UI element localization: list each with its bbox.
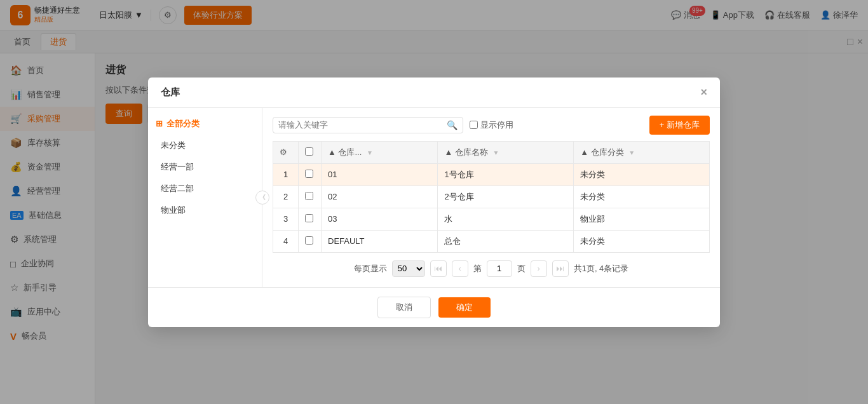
show-disabled-checkbox[interactable] xyxy=(470,121,478,129)
page-label: 第 xyxy=(473,263,482,274)
row-check xyxy=(299,208,322,230)
row-num: 2 xyxy=(273,185,299,208)
row-checkbox[interactable] xyxy=(305,192,313,200)
row-num: 4 xyxy=(273,230,299,252)
row-code: 03 xyxy=(322,208,438,230)
category-panel: ⊞ 全部分类 未分类 经营一部 经营二部 物业部 《 xyxy=(148,108,262,287)
row-category: 未分类 xyxy=(574,185,710,208)
search-box: 🔍 xyxy=(273,117,463,133)
pagination: 每页显示 50 100 ⏮ ‹ 第 页 › ⏭ 共 xyxy=(273,253,710,279)
col-gear: ⚙ xyxy=(273,141,299,163)
main-layout: 🏠 首页 📊 销售管理 🛒 采购管理 📦 库存核算 💰 资金管理 👤 经营管理 … xyxy=(0,53,868,404)
row-check xyxy=(299,230,322,252)
cancel-button[interactable]: 取消 xyxy=(377,297,431,318)
row-name: 1号仓库 xyxy=(438,163,574,185)
col-cat-sort-icon: ▲ xyxy=(580,147,588,157)
table-row[interactable]: 4 DEFAULT 总仓 未分类 xyxy=(273,230,710,252)
category-item-uncategorized[interactable]: 未分类 xyxy=(148,135,262,156)
table-panel: 🔍 显示停用 + 新增仓库 ⚙ xyxy=(262,108,720,287)
row-num: 3 xyxy=(273,208,299,230)
modal-close-button[interactable]: × xyxy=(700,86,707,98)
prev-page-button[interactable]: ‹ xyxy=(452,260,468,277)
main-content: 进货 按以下条件查询 查询 设置 仓库 × ⊞ xyxy=(95,53,868,404)
col-check xyxy=(299,141,322,163)
page-unit: 页 xyxy=(517,263,526,274)
modal-title: 仓库 xyxy=(161,86,180,98)
grid-icon: ⊞ xyxy=(156,119,163,128)
modal-footer: 取消 确定 xyxy=(148,287,720,327)
modal-overlay: 仓库 × ⊞ 全部分类 未分类 经营一部 经营二部 物业部 xyxy=(95,53,868,404)
row-checkbox[interactable] xyxy=(305,236,313,245)
search-icon: 🔍 xyxy=(447,120,458,130)
col-code-header: ▲ 仓库... ▼ xyxy=(322,141,438,163)
select-all-checkbox[interactable] xyxy=(305,147,313,156)
warehouse-modal: 仓库 × ⊞ 全部分类 未分类 经营一部 经营二部 物业部 xyxy=(148,77,720,327)
modal-body: ⊞ 全部分类 未分类 经营一部 经营二部 物业部 《 xyxy=(148,108,720,287)
warehouse-table: ⚙ ▲ 仓库... ▼ ▲ 仓库名称 ▼ xyxy=(273,141,710,253)
show-disabled-text: 显示停用 xyxy=(480,119,513,131)
col-name-header: ▲ 仓库名称 ▼ xyxy=(438,141,574,163)
last-page-button[interactable]: ⏭ xyxy=(552,260,569,277)
row-code: DEFAULT xyxy=(322,230,438,252)
category-header-label: 全部分类 xyxy=(166,118,200,130)
total-info: 共1页, 4条记录 xyxy=(574,263,629,274)
category-item-dept1[interactable]: 经营一部 xyxy=(148,156,262,178)
row-check xyxy=(299,185,322,208)
category-item-property[interactable]: 物业部 xyxy=(148,199,262,221)
row-checkbox[interactable] xyxy=(305,170,313,178)
per-page-select[interactable]: 50 100 xyxy=(392,260,425,277)
row-name: 水 xyxy=(438,208,574,230)
row-category: 物业部 xyxy=(574,208,710,230)
row-code: 01 xyxy=(322,163,438,185)
row-name: 2号仓库 xyxy=(438,185,574,208)
per-page-label: 每页显示 xyxy=(354,263,387,274)
row-checkbox[interactable] xyxy=(305,214,313,222)
category-header[interactable]: ⊞ 全部分类 xyxy=(148,113,262,135)
collapse-category-button[interactable]: 《 xyxy=(255,191,269,205)
col-name-sort-icon: ▲ xyxy=(444,147,452,157)
next-page-button[interactable]: › xyxy=(531,260,547,277)
show-disabled-label[interactable]: 显示停用 xyxy=(470,119,513,131)
modal-header: 仓库 × xyxy=(148,77,720,108)
add-warehouse-button[interactable]: + 新增仓库 xyxy=(649,116,710,135)
col-category-header: ▲ 仓库分类 ▼ xyxy=(574,141,710,163)
table-row[interactable]: 3 03 水 物业部 xyxy=(273,208,710,230)
table-row[interactable]: 2 02 2号仓库 未分类 xyxy=(273,185,710,208)
row-name: 总仓 xyxy=(438,230,574,252)
confirm-button[interactable]: 确定 xyxy=(438,297,491,318)
search-input[interactable] xyxy=(278,120,447,130)
row-category: 未分类 xyxy=(574,163,710,185)
row-check xyxy=(299,163,322,185)
table-row[interactable]: 1 01 1号仓库 未分类 xyxy=(273,163,710,185)
page-number-input[interactable] xyxy=(487,260,512,277)
row-category: 未分类 xyxy=(574,230,710,252)
table-toolbar: 🔍 显示停用 + 新增仓库 xyxy=(273,116,710,135)
row-code: 02 xyxy=(322,185,438,208)
category-item-dept2[interactable]: 经营二部 xyxy=(148,178,262,199)
first-page-button[interactable]: ⏮ xyxy=(430,260,447,277)
col-code-sort-icon: ▲ xyxy=(328,147,336,157)
row-num: 1 xyxy=(273,163,299,185)
